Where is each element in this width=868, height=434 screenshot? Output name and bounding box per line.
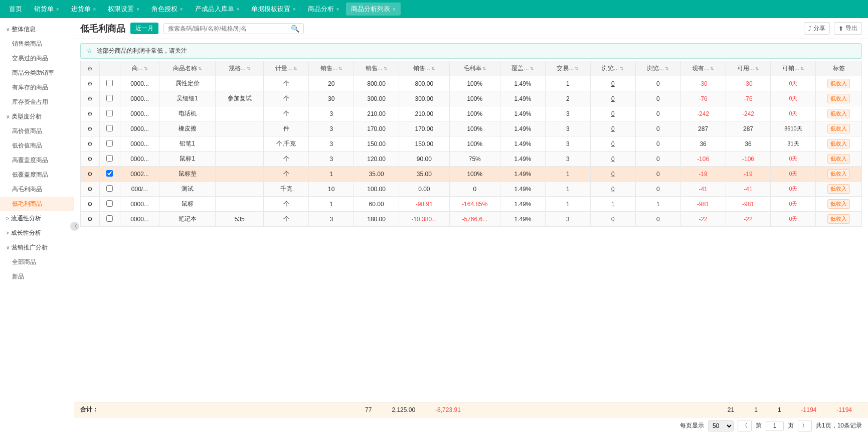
col-header-sales_amount[interactable]: 销售...⇅ xyxy=(354,61,399,76)
sidebar-item-高价值商品[interactable]: 高价值商品 xyxy=(0,124,74,138)
cell-view1[interactable]: 1 xyxy=(590,197,635,212)
cell-view1[interactable]: 0 xyxy=(611,171,615,178)
cell-view1[interactable]: 0 xyxy=(611,140,615,148)
cell-view1[interactable]: 0 xyxy=(590,212,635,227)
row-checkbox[interactable] xyxy=(106,95,113,101)
cell-view1[interactable]: 0 xyxy=(590,106,635,121)
prev-page-button[interactable]: 〈 xyxy=(738,420,752,431)
cell-view1[interactable]: 0 xyxy=(611,156,615,163)
col-header-view2[interactable]: 浏览...⇅ xyxy=(635,61,680,76)
col-header-sales_qty[interactable]: 销售...⇅ xyxy=(309,61,354,76)
nav-close-icon[interactable]: × xyxy=(92,7,96,12)
row-checkbox[interactable] xyxy=(106,125,113,131)
col-header-available[interactable]: 可用...⇅ xyxy=(726,61,771,76)
cell-settings[interactable]: ⚙ xyxy=(81,121,100,136)
cell-view1[interactable]: 0 xyxy=(611,125,615,132)
cell-settings[interactable]: ⚙ xyxy=(81,182,100,197)
col-header-gross_margin[interactable]: 毛利率⇅ xyxy=(449,61,500,76)
col-header-current_stock[interactable]: 现有...⇅ xyxy=(680,61,726,76)
settings-icon[interactable]: ⚙ xyxy=(87,171,93,178)
nav-close-icon[interactable]: × xyxy=(55,7,59,12)
cell-view1[interactable]: 0 xyxy=(590,121,635,136)
settings-icon[interactable]: ⚙ xyxy=(87,125,93,132)
nav-close-icon[interactable]: × xyxy=(135,7,139,12)
cell-checkbox[interactable] xyxy=(99,212,120,227)
export-button[interactable]: ⬆ 导出 xyxy=(834,22,862,35)
sidebar-item-销售类商品[interactable]: 销售类商品 xyxy=(0,37,74,51)
col-header-spec[interactable]: 规格...⇅ xyxy=(216,61,264,76)
sidebar-group-整体信息[interactable]: ∨整体信息 xyxy=(0,22,74,37)
settings-icon[interactable]: ⚙ xyxy=(87,186,93,193)
col-header-trade_count[interactable]: 交易...⇅ xyxy=(545,61,590,76)
sidebar-item-低毛利商品[interactable]: 低毛利商品 xyxy=(0,197,74,211)
cell-view1[interactable]: 0 xyxy=(611,186,615,193)
cell-view1[interactable]: 0 xyxy=(611,216,615,223)
cell-checkbox[interactable] xyxy=(99,167,120,182)
cell-settings[interactable]: ⚙ xyxy=(81,197,100,212)
row-checkbox[interactable] xyxy=(106,110,113,116)
cell-view1[interactable]: 0 xyxy=(590,136,635,152)
sidebar-collapse-button[interactable]: 《 xyxy=(70,222,79,231)
sidebar-item-高毛利商品[interactable]: 高毛利商品 xyxy=(0,182,74,197)
per-page-select[interactable]: 102050100 xyxy=(708,420,734,431)
sidebar-item-新品[interactable]: 新品 xyxy=(0,269,74,284)
settings-icon[interactable]: ⚙ xyxy=(87,140,93,148)
nav-close-icon[interactable]: × xyxy=(335,7,339,12)
cell-view1[interactable]: 0 xyxy=(611,110,615,117)
cell-settings[interactable]: ⚙ xyxy=(81,167,100,182)
sidebar-item-交易过的商品[interactable]: 交易过的商品 xyxy=(0,51,74,66)
sidebar-group-类型度分析[interactable]: ∨类型度分析 xyxy=(0,109,74,124)
row-checkbox[interactable] xyxy=(106,155,113,162)
col-header-name[interactable]: 商品名称⇅ xyxy=(159,61,216,76)
nav-item-单据模板设置[interactable]: 单据模板设置 × xyxy=(246,3,301,16)
settings-icon[interactable]: ⚙ xyxy=(87,95,93,102)
nav-item-进货单[interactable]: 进货单 × xyxy=(66,3,101,16)
settings-icon[interactable]: ⚙ xyxy=(87,216,93,223)
nav-close-icon[interactable]: × xyxy=(235,7,240,12)
cell-view1[interactable]: 0 xyxy=(611,80,615,87)
nav-close-icon[interactable]: × xyxy=(179,7,183,12)
cell-view1[interactable]: 0 xyxy=(590,91,635,106)
sidebar-group-流通性分析[interactable]: >流通性分析 xyxy=(0,211,74,226)
col-header-code[interactable]: 商...⇅ xyxy=(120,61,159,76)
nav-item-权限设置[interactable]: 权限设置 × xyxy=(103,3,144,16)
cell-checkbox[interactable] xyxy=(99,136,120,152)
nav-item-销货单[interactable]: 销货单 × xyxy=(29,3,64,16)
cell-settings[interactable]: ⚙ xyxy=(81,212,100,227)
nav-item-角色授权[interactable]: 角色授权 × xyxy=(146,3,188,16)
cell-checkbox[interactable] xyxy=(99,152,120,167)
sidebar-item-商品分类助销率[interactable]: 商品分类助销率 xyxy=(0,66,74,80)
col-header-sales_profit[interactable]: 销售...⇅ xyxy=(399,61,449,76)
cell-view1[interactable]: 1 xyxy=(611,201,615,208)
col-header-sellable_days[interactable]: 可销...⇅ xyxy=(771,61,816,76)
share-button[interactable]: ⤴ 分享 xyxy=(804,22,830,35)
next-page-button[interactable]: 〉 xyxy=(798,420,812,431)
cell-view1[interactable]: 0 xyxy=(590,76,635,91)
nav-close-icon[interactable]: × xyxy=(291,7,296,12)
row-checkbox[interactable] xyxy=(106,170,113,177)
sidebar-item-高覆盖度商品[interactable]: 高覆盖度商品 xyxy=(0,153,74,168)
cell-settings[interactable]: ⚙ xyxy=(81,106,100,121)
nav-item-首页[interactable]: 首页 xyxy=(4,3,27,16)
cell-checkbox[interactable] xyxy=(99,182,120,197)
cell-settings[interactable]: ⚙ xyxy=(81,91,100,106)
row-checkbox[interactable] xyxy=(106,200,113,207)
row-checkbox[interactable] xyxy=(106,185,113,192)
col-header-view1[interactable]: 浏览...⇅ xyxy=(590,61,635,76)
cell-checkbox[interactable] xyxy=(99,76,120,91)
sidebar-item-低价值商品[interactable]: 低价值商品 xyxy=(0,138,74,153)
nav-close-icon[interactable]: × xyxy=(391,7,396,12)
settings-icon[interactable]: ⚙ xyxy=(87,156,93,163)
cell-view1[interactable]: 0 xyxy=(611,95,615,102)
row-checkbox[interactable] xyxy=(106,80,113,86)
search-input[interactable] xyxy=(168,25,291,32)
row-checkbox[interactable] xyxy=(106,140,113,147)
col-header-unit[interactable]: 计量...⇅ xyxy=(264,61,309,76)
row-checkbox[interactable] xyxy=(106,215,113,222)
nav-item-商品分析[interactable]: 商品分析 × xyxy=(303,3,344,16)
cell-settings[interactable]: ⚙ xyxy=(81,152,100,167)
settings-icon[interactable]: ⚙ xyxy=(87,80,93,87)
sidebar-item-有库存的商品[interactable]: 有库存的商品 xyxy=(0,80,74,95)
cell-settings[interactable]: ⚙ xyxy=(81,136,100,152)
cell-checkbox[interactable] xyxy=(99,197,120,212)
